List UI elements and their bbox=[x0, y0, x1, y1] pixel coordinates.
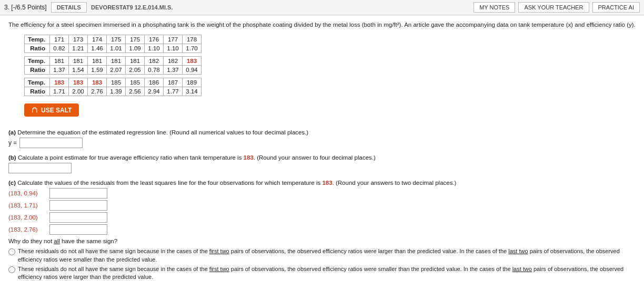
salt-icon: ⛫ bbox=[32, 106, 38, 114]
top-bar-left: 3. [-/6.5 Points] DETAILS DEVORESTAT9 12… bbox=[4, 2, 173, 13]
cell: 171 bbox=[50, 35, 69, 44]
use-salt-button[interactable]: ⛫ USE SALT bbox=[24, 103, 79, 117]
cell: 1.59 bbox=[88, 66, 107, 75]
residual-label-3: (183, 2.00) bbox=[8, 214, 45, 221]
table-row: Temp. 183 183 183 185 185 186 187 189 bbox=[25, 78, 202, 87]
cell: 182 bbox=[145, 57, 164, 66]
radio-option-2: These residuals do not all have the same… bbox=[8, 265, 636, 281]
part-c-description: Calculate the values of the residuals fr… bbox=[17, 180, 456, 186]
sign-question: Why do they not all have the same sign? bbox=[8, 238, 636, 244]
table-row: Ratio 0.82 1.21 1.46 1.01 1.09 1.10 1.10… bbox=[25, 44, 202, 53]
table-row: Temp. 181 181 181 181 181 182 182 183 bbox=[25, 57, 202, 66]
residual-row-3: (183, 2.00) bbox=[8, 212, 636, 223]
cell: 176 bbox=[145, 35, 164, 44]
cell: 187 bbox=[164, 78, 183, 87]
radio-label-2: These residuals do not all have the same… bbox=[18, 265, 636, 281]
details-button[interactable]: DETAILS bbox=[51, 2, 87, 13]
radio-label-1: These residuals do not all have the same… bbox=[18, 247, 636, 264]
part-b-highlight: 183 bbox=[244, 154, 254, 161]
radio-input-1[interactable] bbox=[8, 248, 15, 255]
y-label: y = bbox=[8, 139, 17, 147]
part-b-description: Calculate a point estimate for true aver… bbox=[18, 154, 376, 161]
temp-label-2: Temp. bbox=[25, 57, 50, 66]
cell: 2.05 bbox=[126, 66, 145, 75]
residual-input-2[interactable] bbox=[49, 200, 107, 211]
ratio-label-1: Ratio bbox=[25, 44, 50, 53]
cell: 2.94 bbox=[145, 87, 164, 96]
cell: 1.10 bbox=[164, 44, 183, 53]
residual-row-1: (183, 0.94) bbox=[8, 188, 636, 199]
residuals-block: (183, 0.94) (183, 1.71) (183, 2.00) (183… bbox=[8, 188, 636, 235]
cell: 1.37 bbox=[164, 66, 183, 75]
problem-number: 3. [-/6.5 Points] bbox=[4, 4, 47, 11]
cell: 2.00 bbox=[69, 87, 88, 96]
data-table-3: Temp. 183 183 183 185 185 186 187 189 Ra… bbox=[24, 78, 202, 96]
cell: 1.77 bbox=[164, 87, 183, 96]
cell: 181 bbox=[88, 57, 107, 66]
cell: 181 bbox=[69, 57, 88, 66]
cell-highlighted: 183 bbox=[50, 78, 69, 87]
cell: 1.21 bbox=[69, 44, 88, 53]
ask-teacher-button[interactable]: ASK YOUR TEACHER bbox=[518, 2, 589, 13]
cell: 0.94 bbox=[183, 66, 202, 75]
part-a-description: Determine the equation of the estimated … bbox=[17, 129, 308, 136]
residual-label-2: (183, 1.71) bbox=[8, 202, 45, 209]
cell-highlighted: 183 bbox=[69, 78, 88, 87]
cell: 1.09 bbox=[126, 44, 145, 53]
data-table-2: Temp. 181 181 181 181 181 182 182 183 Ra… bbox=[24, 56, 202, 75]
table-row: Ratio 1.71 2.00 2.76 1.39 2.56 2.94 1.77… bbox=[25, 87, 202, 96]
part-c: (c) Calculate the values of the residual… bbox=[8, 180, 636, 281]
cell: 182 bbox=[164, 57, 183, 66]
temp-label-3: Temp. bbox=[25, 78, 50, 87]
cell: 0.82 bbox=[50, 44, 69, 53]
cell: 181 bbox=[126, 57, 145, 66]
table-row: Temp. 171 173 174 175 175 176 177 178 bbox=[25, 35, 202, 44]
part-b-letter: (b) bbox=[8, 154, 16, 161]
residual-row-4: (183, 2.76) bbox=[8, 224, 636, 235]
part-a-letter: (a) bbox=[8, 129, 16, 136]
residual-input-1[interactable] bbox=[49, 188, 107, 199]
residual-input-4[interactable] bbox=[49, 224, 107, 235]
cell: 1.39 bbox=[107, 87, 126, 96]
cell: 1.10 bbox=[145, 44, 164, 53]
residual-input-3[interactable] bbox=[49, 212, 107, 223]
cell: 174 bbox=[88, 35, 107, 44]
ratio-label-2: Ratio bbox=[25, 66, 50, 75]
cell: 2.56 bbox=[126, 87, 145, 96]
use-salt-label: USE SALT bbox=[41, 107, 72, 114]
cell: 181 bbox=[107, 57, 126, 66]
radio-input-2[interactable] bbox=[8, 266, 15, 273]
top-bar-right: MY NOTES ASK YOUR TEACHER PRACTICE AI bbox=[474, 2, 640, 13]
part-c-letter: (c) bbox=[8, 180, 16, 186]
part-a: (a) Determine the equation of the estima… bbox=[8, 129, 636, 148]
main-content: The efficiency for a steel specimen imme… bbox=[0, 15, 644, 281]
problem-description: The efficiency for a steel specimen imme… bbox=[8, 20, 636, 29]
data-table-1: Temp. 171 173 174 175 175 176 177 178 Ra… bbox=[24, 35, 202, 53]
part-b-input[interactable] bbox=[8, 163, 72, 173]
practice-ai-button[interactable]: PRACTICE AI bbox=[592, 2, 640, 13]
part-a-input[interactable] bbox=[19, 138, 83, 148]
residual-row-2: (183, 1.71) bbox=[8, 200, 636, 211]
temp-label-1: Temp. bbox=[25, 35, 50, 44]
cell: 175 bbox=[107, 35, 126, 44]
cell: 181 bbox=[50, 57, 69, 66]
part-c-highlight: 183 bbox=[322, 180, 332, 186]
table-row: Ratio 1.37 1.54 1.59 2.07 2.05 0.78 1.37… bbox=[25, 66, 202, 75]
cell: 1.71 bbox=[50, 87, 69, 96]
cell: 178 bbox=[183, 35, 202, 44]
cell: 0.78 bbox=[145, 66, 164, 75]
radio-option-1: These residuals do not all have the same… bbox=[8, 247, 636, 264]
top-bar: 3. [-/6.5 Points] DETAILS DEVORESTAT9 12… bbox=[0, 0, 644, 15]
residual-label-1: (183, 0.94) bbox=[8, 190, 45, 196]
cell: 1.46 bbox=[88, 44, 107, 53]
cell-highlighted: 183 bbox=[88, 78, 107, 87]
my-notes-button[interactable]: MY NOTES bbox=[474, 2, 515, 13]
cell: 175 bbox=[126, 35, 145, 44]
cell: 2.76 bbox=[88, 87, 107, 96]
breadcrumb: DEVORESTAT9 12.E.014.MI.S. bbox=[91, 4, 173, 11]
y-equation-row: y = bbox=[8, 138, 636, 148]
part-a-text: (a) Determine the equation of the estima… bbox=[8, 129, 636, 136]
cell: 1.70 bbox=[183, 44, 202, 53]
residual-label-4: (183, 2.76) bbox=[8, 226, 45, 233]
cell: 185 bbox=[107, 78, 126, 87]
